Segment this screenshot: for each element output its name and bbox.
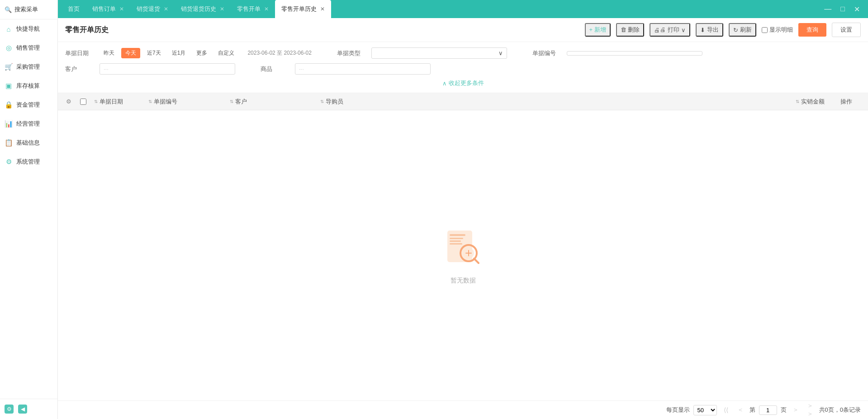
page-size-select[interactable]: 50 10 20 100 <box>693 405 717 415</box>
date-btn-last-month[interactable]: 近1月 <box>168 48 190 58</box>
doc-num-input[interactable] <box>567 51 702 56</box>
sidebar-search[interactable]: 🔍 搜索采单 <box>0 0 57 19</box>
dropdown-arrow: ∨ <box>498 50 503 56</box>
tab-close-retail-open-history[interactable]: ✕ <box>320 6 325 12</box>
date-btn-custom[interactable]: 自定义 <box>214 48 238 58</box>
svg-rect-2 <box>450 238 463 239</box>
customer-label: 客户 <box>65 65 92 73</box>
next-page-btn[interactable]: ＞ <box>790 405 801 415</box>
tab-label: 销货退货历史 <box>181 5 216 13</box>
export-button[interactable]: ⬇ 导出 <box>696 23 723 37</box>
query-button[interactable]: 查询 <box>798 23 826 37</box>
display-toggle[interactable]: 显示明细 <box>762 26 793 34</box>
sort-icon-num[interactable]: ⇅ <box>148 99 152 104</box>
filter-area: 单据日期 昨天 今天 近7天 近1月 更多 自定义 2023-06-02 至 2… <box>58 42 868 93</box>
sidebar-item-inventory[interactable]: ▣ 库存核算 <box>0 76 57 95</box>
sidebar-item-label: 销售管理 <box>16 44 40 52</box>
col-date: ⇅ 单据日期 <box>90 98 145 106</box>
sidebar-item-basic-info[interactable]: 📋 基础信息 <box>0 133 57 152</box>
tab-close-sales-return-history[interactable]: ✕ <box>220 6 224 12</box>
tab-label: 销售订单 <box>92 5 116 13</box>
col-guide: ⇅ 导购员 <box>317 98 371 106</box>
date-btn-last7[interactable]: 近7天 <box>143 48 165 58</box>
tab-close-sales-return[interactable]: ✕ <box>164 6 168 12</box>
tab-close-sales-order[interactable]: ✕ <box>119 6 124 12</box>
sys-icon: ⚙ <box>5 158 13 166</box>
tab-label: 零售开单历史 <box>281 5 317 13</box>
sidebar-item-purchase-mgmt[interactable]: 🛒 采购管理 <box>0 57 57 76</box>
tab-retail-open[interactable]: 零售开单 ✕ <box>231 0 275 18</box>
customer-input[interactable]: ··· <box>100 63 235 75</box>
doc-type-select[interactable]: ∨ <box>371 47 507 59</box>
sidebar-item-sales-mgmt[interactable]: ◎ 销售管理 <box>0 38 57 57</box>
inventory-icon: ▣ <box>5 82 13 90</box>
refresh-button[interactable]: ↻ 刷新 <box>729 23 756 37</box>
svg-line-7 <box>474 259 479 263</box>
tab-home[interactable]: 首页 <box>62 0 86 18</box>
window-close-btn[interactable]: ✕ <box>851 4 863 14</box>
tab-sales-order[interactable]: 销售订单 ✕ <box>86 0 130 18</box>
page-header: 零售开单历史 + 新增 🗑 删除 🖨 🖨 打印 ∨ ⬇ 导出 ↻ 刷新 <box>58 18 868 42</box>
sidebar-item-label: 快捷导航 <box>16 25 40 33</box>
print-button[interactable]: 🖨 🖨 打印 ∨ <box>650 23 690 37</box>
col-customer: ⇅ 客户 <box>226 98 317 106</box>
page-number-input[interactable] <box>759 405 777 415</box>
collapse-label: 收起更多条件 <box>449 79 484 87</box>
sort-icon-customer[interactable]: ⇅ <box>230 99 233 104</box>
settings-bottom-icon[interactable]: ⚙ <box>5 405 14 414</box>
home-icon: ⌂ <box>5 25 13 33</box>
tab-label: 销货退货 <box>137 5 160 13</box>
tab-retail-open-history[interactable]: 零售开单历史 ✕ <box>275 0 331 18</box>
goods-input[interactable]: ··· <box>295 63 431 75</box>
table-settings-icon[interactable]: ⚙ <box>62 98 76 105</box>
date-range-text: 2023-06-02 至 2023-06-02 <box>247 49 311 57</box>
page-content: 零售开单历史 + 新增 🗑 删除 🖨 🖨 打印 ∨ ⬇ 导出 ↻ 刷新 <box>58 18 868 419</box>
tab-sales-return-history[interactable]: 销货退货历史 ✕ <box>175 0 231 18</box>
export-label: 导出 <box>707 26 719 34</box>
display-toggle-checkbox[interactable] <box>762 27 768 33</box>
goods-label: 商品 <box>261 65 288 73</box>
sidebar-item-operations[interactable]: 📊 经营管理 <box>0 114 57 133</box>
date-btn-yesterday[interactable]: 昨天 <box>100 48 119 58</box>
sort-icon-amount[interactable]: ⇅ <box>796 99 799 104</box>
sort-icon-date[interactable]: ⇅ <box>94 99 98 104</box>
collapse-row: ∧ 收起更多条件 <box>65 79 861 87</box>
empty-state: 暂无数据 <box>58 110 868 400</box>
display-toggle-label: 显示明细 <box>769 26 793 34</box>
sidebar-item-quick-nav[interactable]: ⌂ 快捷导航 <box>0 19 57 38</box>
select-all-checkbox[interactable] <box>76 99 90 105</box>
tab-sales-return[interactable]: 销货退货 ✕ <box>130 0 175 18</box>
tab-label: 零售开单 <box>237 5 261 13</box>
collapse-sidebar-icon[interactable]: ◀ <box>18 405 27 414</box>
checkbox-input[interactable] <box>80 99 86 105</box>
pagination: 每页显示 50 10 20 100 ⟨⟨ ＜ 第 页 ＞ ＞＞ 共0页，0条记录 <box>58 400 868 419</box>
svg-rect-1 <box>450 234 465 236</box>
tab-close-retail-open[interactable]: ✕ <box>264 6 269 12</box>
date-filter-buttons: 昨天 今天 近7天 近1月 更多 自定义 <box>100 48 238 58</box>
delete-button[interactable]: 🗑 删除 <box>616 23 645 37</box>
customer-placeholder: ··· <box>104 66 109 72</box>
sidebar-item-finance[interactable]: 🔒 资金管理 <box>0 95 57 114</box>
setting-button[interactable]: 设置 <box>832 23 861 37</box>
purchase-icon: 🛒 <box>5 63 13 71</box>
date-btn-more[interactable]: 更多 <box>192 48 211 58</box>
window-minimize-btn[interactable]: — <box>821 4 834 14</box>
add-button[interactable]: + 新增 <box>585 23 611 37</box>
date-btn-today[interactable]: 今天 <box>121 48 140 58</box>
sidebar: 🔍 搜索采单 ⌂ 快捷导航 ◎ 销售管理 🛒 采购管理 ▣ 库存核算 🔒 资金管… <box>0 0 58 419</box>
print-icon: 🖨 <box>654 27 660 33</box>
sort-icon-guide[interactable]: ⇅ <box>320 99 324 104</box>
collapse-more-btn[interactable]: ∧ 收起更多条件 <box>442 79 484 87</box>
window-maximize-btn[interactable]: □ <box>838 4 848 14</box>
print-label: 🖨 打印 <box>660 26 679 34</box>
refresh-icon: ↻ <box>733 27 738 33</box>
tab-label: 首页 <box>68 5 80 13</box>
date-label: 单据日期 <box>65 49 92 57</box>
sidebar-item-label: 库存核算 <box>16 82 40 90</box>
last-page-btn[interactable]: ＞＞ <box>805 405 816 415</box>
sidebar-item-sys-mgmt[interactable]: ⚙ 系统管理 <box>0 152 57 171</box>
page-title: 零售开单历史 <box>65 25 109 35</box>
sidebar-item-label: 资金管理 <box>16 101 40 109</box>
prev-page-btn[interactable]: ＜ <box>735 405 746 415</box>
first-page-btn[interactable]: ⟨⟨ <box>721 405 731 415</box>
